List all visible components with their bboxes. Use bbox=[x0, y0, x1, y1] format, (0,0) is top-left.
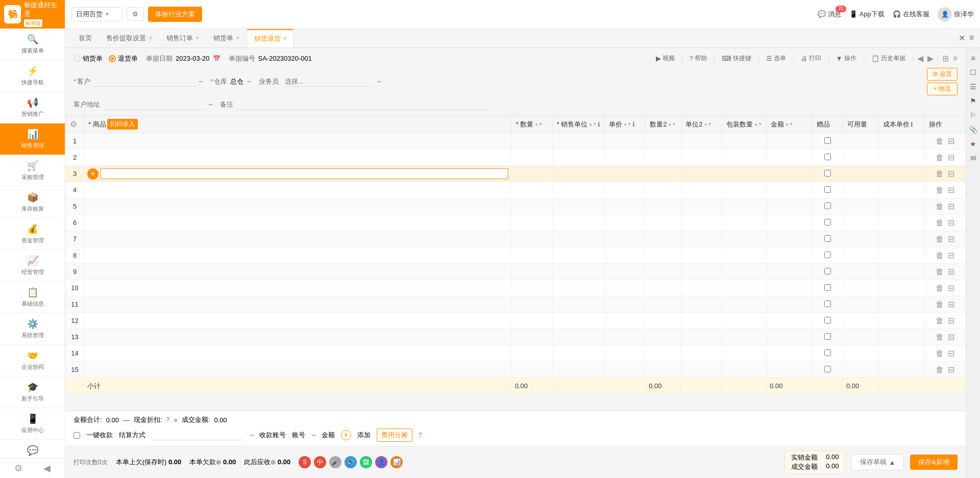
qty2-cell-1[interactable] bbox=[646, 133, 681, 149]
nav-next-icon[interactable]: ▶ bbox=[927, 54, 934, 63]
unit-cell-1[interactable] bbox=[552, 133, 605, 149]
sidebar-item-weixin[interactable]: 💬企业微信 bbox=[0, 440, 65, 458]
delete-btn-13[interactable]: 🗑 bbox=[935, 332, 945, 343]
user-icon-b[interactable]: 👤 bbox=[375, 456, 387, 468]
sidebar-item-system[interactable]: ⚙️系统管理 bbox=[0, 313, 65, 345]
copy-btn-1[interactable]: ⊟ bbox=[947, 135, 955, 147]
add-payment-btn[interactable]: + bbox=[341, 430, 351, 440]
scan-btn[interactable]: 扫码录入 bbox=[107, 119, 138, 130]
pack-cell-4[interactable] bbox=[722, 182, 767, 198]
icon4[interactable]: ⚑ bbox=[967, 95, 979, 107]
tab-menu-icon[interactable]: ≡ bbox=[969, 33, 974, 43]
sidebar-item-enterprise[interactable]: 🤝企业协同 bbox=[0, 345, 65, 376]
product-cell-3[interactable]: + bbox=[84, 166, 512, 182]
price-cell-13[interactable] bbox=[605, 329, 646, 345]
view-list-icon[interactable]: ≡ bbox=[953, 54, 958, 63]
delete-btn-1[interactable]: 🗑 bbox=[935, 136, 945, 147]
unit-cell-4[interactable] bbox=[552, 182, 605, 198]
cost-cell-6[interactable] bbox=[879, 215, 925, 231]
qty-cell-7[interactable] bbox=[511, 231, 552, 247]
unit-cell-13[interactable] bbox=[552, 329, 605, 345]
product-cell-15[interactable] bbox=[84, 362, 512, 378]
settings-icon[interactable]: ⚙ bbox=[14, 463, 22, 474]
avail-cell-15[interactable] bbox=[843, 362, 879, 378]
qty-cell-6[interactable] bbox=[511, 215, 552, 231]
help-btn[interactable]: ? 帮助 bbox=[687, 53, 710, 64]
amount-cell-15[interactable] bbox=[767, 362, 813, 378]
unit2-cell-6[interactable] bbox=[681, 215, 722, 231]
price-cell-12[interactable] bbox=[605, 313, 646, 329]
delete-btn-2[interactable]: 🗑 bbox=[935, 152, 945, 163]
settings-btn[interactable]: ⚙ bbox=[127, 7, 144, 21]
cost-cell-9[interactable] bbox=[879, 264, 925, 280]
avail-cell-3[interactable] bbox=[843, 166, 879, 182]
qty-cell-15[interactable] bbox=[511, 362, 552, 378]
avail-cell-4[interactable] bbox=[843, 182, 879, 198]
expense-help-icon[interactable]: ? bbox=[419, 432, 422, 439]
qty-cell-10[interactable] bbox=[511, 280, 552, 296]
amount-cell-14[interactable] bbox=[767, 345, 813, 362]
pack-cell-10[interactable] bbox=[722, 280, 767, 296]
avail-cell-14[interactable] bbox=[843, 345, 879, 362]
gift-check-12[interactable] bbox=[824, 317, 831, 323]
customer-input[interactable] bbox=[93, 77, 195, 87]
gift-check-15[interactable] bbox=[824, 366, 831, 372]
cost-cell-1[interactable] bbox=[879, 133, 925, 149]
delete-btn-4[interactable]: 🗑 bbox=[935, 185, 945, 196]
copy-btn-6[interactable]: ⊟ bbox=[947, 217, 955, 229]
copy-btn-3[interactable]: ⊟ bbox=[947, 168, 955, 180]
gift-cell-3[interactable] bbox=[813, 166, 843, 182]
date-picker-icon[interactable]: 📅 bbox=[213, 55, 220, 62]
avail-cell-8[interactable] bbox=[843, 247, 879, 264]
delete-btn-7[interactable]: 🗑 bbox=[935, 234, 945, 245]
delete-btn-11[interactable]: 🗑 bbox=[935, 299, 945, 310]
remark-input[interactable] bbox=[236, 99, 492, 110]
radio-delivery[interactable]: 销货单 bbox=[74, 54, 103, 63]
pack-cell-12[interactable] bbox=[722, 313, 767, 329]
icon6[interactable]: 📎 bbox=[967, 123, 979, 136]
sidebar-item-finance[interactable]: 💰资金管理 bbox=[0, 218, 65, 250]
unit2-cell-1[interactable] bbox=[681, 133, 722, 149]
qty2-cell-15[interactable] bbox=[646, 362, 681, 378]
unit-cell-9[interactable] bbox=[552, 264, 605, 280]
sidebar-item-operations[interactable]: 📈经营管理 bbox=[0, 250, 65, 282]
unit2-cell-12[interactable] bbox=[681, 313, 722, 329]
qty2-cell-7[interactable] bbox=[646, 231, 681, 247]
gift-cell-6[interactable] bbox=[813, 215, 843, 231]
zhong-icon[interactable]: 中 bbox=[314, 456, 326, 468]
img-icon[interactable]: 🖼 bbox=[360, 456, 372, 468]
chart-icon[interactable]: 📊 bbox=[390, 456, 403, 468]
unit2-cell-9[interactable] bbox=[681, 264, 722, 280]
price-cell-6[interactable] bbox=[605, 215, 646, 231]
select-order-btn[interactable]: ☰ 选单 bbox=[763, 53, 789, 64]
collapse-icon[interactable]: ◀ bbox=[43, 463, 51, 474]
message-btn[interactable]: 💬 消息 70 bbox=[818, 10, 841, 19]
avail-cell-7[interactable] bbox=[843, 231, 879, 247]
gift-check-14[interactable] bbox=[824, 349, 831, 356]
price-cell-2[interactable] bbox=[605, 149, 646, 166]
product-cell-2[interactable] bbox=[84, 149, 512, 166]
account-dots[interactable]: ··· bbox=[311, 431, 315, 440]
mic-icon[interactable]: 🎤 bbox=[329, 456, 341, 468]
voice-icon[interactable]: 🔊 bbox=[345, 456, 357, 468]
gift-cell-7[interactable] bbox=[813, 231, 843, 247]
cost-cell-3[interactable] bbox=[879, 166, 925, 182]
price-cell-4[interactable] bbox=[605, 182, 646, 198]
copy-btn-12[interactable]: ⊟ bbox=[947, 315, 955, 326]
unit-cell-2[interactable] bbox=[552, 149, 605, 166]
unit-cell-5[interactable] bbox=[552, 198, 605, 215]
unit2-cell-5[interactable] bbox=[681, 198, 722, 215]
gift-check-2[interactable] bbox=[824, 154, 831, 160]
qty-cell-11[interactable] bbox=[511, 296, 552, 313]
price-cell-11[interactable] bbox=[605, 296, 646, 313]
qty2-cell-10[interactable] bbox=[646, 280, 681, 296]
pack-cell-3[interactable] bbox=[722, 166, 767, 182]
gift-cell-14[interactable] bbox=[813, 345, 843, 362]
price-cell-14[interactable] bbox=[605, 345, 646, 362]
unit2-cell-2[interactable] bbox=[681, 149, 722, 166]
sidebar-item-newbie[interactable]: 🎓新手引导 bbox=[0, 376, 65, 408]
operation-btn[interactable]: ▼ 操作 bbox=[833, 53, 860, 64]
qty-cell-14[interactable] bbox=[511, 345, 552, 362]
product-cell-12[interactable] bbox=[84, 313, 512, 329]
sidebar-item-search[interactable]: 🔍搜索菜单 bbox=[0, 29, 65, 60]
